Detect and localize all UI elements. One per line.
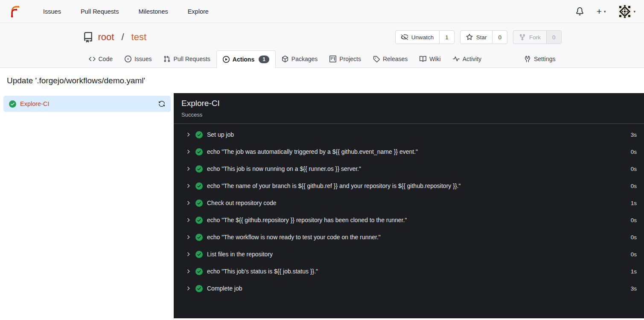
top-navbar: Issues Pull Requests Milestones Explore … bbox=[0, 0, 644, 23]
step-row[interactable]: echo "This job's status is ${{ job.statu… bbox=[174, 263, 644, 280]
tab-activity[interactable]: Activity bbox=[447, 50, 487, 68]
step-name: Complete job bbox=[207, 285, 242, 292]
check-circle-icon bbox=[195, 165, 203, 173]
step-row[interactable]: echo "The job was automatically triggere… bbox=[174, 143, 644, 160]
check-circle-icon bbox=[195, 200, 203, 207]
tab-wiki-label: Wiki bbox=[429, 56, 440, 62]
step-name: echo "The name of your branch is ${{ git… bbox=[207, 182, 460, 189]
chevron-right-icon[interactable] bbox=[185, 234, 191, 240]
job-status-text: Success bbox=[181, 112, 636, 118]
check-circle-icon bbox=[195, 268, 203, 275]
step-row[interactable]: echo "This job is now running on a ${{ r… bbox=[174, 160, 644, 177]
tab-issues[interactable]: Issues bbox=[119, 50, 157, 68]
tab-projects-label: Projects bbox=[339, 56, 361, 62]
tab-activity-label: Activity bbox=[463, 56, 481, 62]
job-name: Explore-CI bbox=[20, 100, 50, 107]
step-duration: 0s bbox=[631, 166, 637, 172]
unwatch-button[interactable]: Unwatch 1 bbox=[395, 30, 455, 44]
step-name: List files in the repository bbox=[207, 251, 273, 258]
plus-icon: + bbox=[597, 7, 602, 16]
chevron-right-icon[interactable] bbox=[185, 251, 191, 257]
check-circle-icon bbox=[195, 217, 203, 224]
step-row[interactable]: echo "The workflow is now ready to test … bbox=[174, 229, 644, 246]
tab-pull-requests-label: Pull Requests bbox=[173, 56, 210, 62]
tab-code-label: Code bbox=[99, 56, 113, 62]
repo-book-icon bbox=[83, 32, 93, 43]
step-row[interactable]: Complete job 3s bbox=[174, 280, 644, 297]
tab-settings-label: Settings bbox=[534, 56, 556, 62]
workflow-run-title: Update '.forgejo/workflows/demo.yaml' bbox=[0, 68, 644, 93]
job-list: Explore-CI bbox=[0, 93, 174, 318]
chevron-right-icon[interactable] bbox=[185, 217, 191, 223]
refresh-icon[interactable] bbox=[158, 100, 165, 107]
check-circle-icon bbox=[195, 234, 203, 241]
tab-code[interactable]: Code bbox=[83, 50, 119, 68]
job-log-panel: Explore-CI Success Set up job 3s bbox=[174, 93, 644, 318]
tab-settings[interactable]: Settings bbox=[518, 50, 562, 68]
step-list: Set up job 3s echo "The job was automati… bbox=[174, 124, 644, 297]
tab-pull-requests[interactable]: Pull Requests bbox=[157, 50, 216, 68]
chevron-right-icon[interactable] bbox=[185, 285, 191, 291]
avatar bbox=[618, 5, 631, 18]
step-name: echo "The job was automatically triggere… bbox=[207, 148, 418, 155]
step-duration: 0s bbox=[631, 149, 637, 155]
step-duration: 3s bbox=[631, 132, 637, 138]
tab-releases-label: Releases bbox=[383, 56, 408, 62]
notifications-button[interactable] bbox=[576, 7, 584, 15]
chevron-right-icon[interactable] bbox=[185, 200, 191, 206]
nav-milestones[interactable]: Milestones bbox=[130, 4, 176, 19]
step-name: Set up job bbox=[207, 131, 234, 138]
step-duration: 1s bbox=[631, 200, 637, 206]
step-row[interactable]: echo "The name of your branch is ${{ git… bbox=[174, 177, 644, 194]
star-button[interactable]: Star 0 bbox=[460, 30, 507, 44]
star-count[interactable]: 0 bbox=[492, 31, 507, 44]
step-duration: 0s bbox=[631, 251, 637, 258]
repo-owner-link[interactable]: root bbox=[98, 32, 114, 43]
tab-actions[interactable]: Actions 1 bbox=[216, 50, 276, 68]
chevron-right-icon[interactable] bbox=[185, 132, 191, 138]
step-name: echo "This job's status is ${{ job.statu… bbox=[207, 268, 318, 275]
check-circle-icon bbox=[195, 131, 203, 138]
watch-count[interactable]: 1 bbox=[439, 31, 454, 44]
tab-packages[interactable]: Packages bbox=[276, 50, 323, 68]
job-log-header: Explore-CI Success bbox=[174, 93, 644, 124]
job-item-explore-ci[interactable]: Explore-CI bbox=[3, 96, 171, 112]
fork-button: Fork 0 bbox=[513, 30, 562, 44]
chevron-right-icon[interactable] bbox=[185, 268, 191, 274]
unwatch-label: Unwatch bbox=[411, 34, 434, 41]
step-duration: 1s bbox=[631, 268, 637, 275]
check-circle-icon bbox=[195, 148, 203, 156]
step-row[interactable]: Set up job 3s bbox=[174, 126, 644, 143]
repo-title: root / test bbox=[83, 32, 147, 43]
step-name: Check out repository code bbox=[207, 200, 277, 206]
chevron-right-icon[interactable] bbox=[185, 183, 191, 189]
fork-label: Fork bbox=[529, 34, 541, 41]
step-duration: 0s bbox=[631, 183, 637, 189]
repo-separator: / bbox=[119, 32, 126, 43]
tab-releases[interactable]: Releases bbox=[367, 50, 414, 68]
repo-tabbar: Code Issues Pull Requests Actions 1 Pack… bbox=[83, 50, 562, 68]
repo-header: root / test Unwatch 1 bbox=[0, 23, 644, 68]
nav-pull-requests[interactable]: Pull Requests bbox=[73, 4, 127, 19]
step-name: echo "The workflow is now ready to test … bbox=[207, 234, 381, 241]
step-row[interactable]: echo "The ${{ github.repository }} repos… bbox=[174, 211, 644, 229]
create-new-dropdown[interactable]: + ▾ bbox=[597, 7, 606, 16]
tab-packages-label: Packages bbox=[291, 56, 318, 62]
nav-explore[interactable]: Explore bbox=[180, 4, 217, 19]
tab-projects[interactable]: Projects bbox=[323, 50, 367, 68]
forgejo-logo-icon[interactable] bbox=[9, 5, 22, 18]
tab-wiki[interactable]: Wiki bbox=[414, 50, 446, 68]
step-row[interactable]: Check out repository code 1s bbox=[174, 194, 644, 211]
check-circle-icon bbox=[195, 285, 203, 292]
job-log-title: Explore-CI bbox=[181, 99, 636, 108]
step-row[interactable]: List files in the repository 0s bbox=[174, 246, 644, 263]
chevron-right-icon[interactable] bbox=[185, 166, 191, 172]
fork-icon bbox=[519, 34, 526, 41]
chevron-right-icon[interactable] bbox=[185, 149, 191, 155]
check-circle-icon bbox=[195, 182, 203, 190]
tab-issues-label: Issues bbox=[134, 56, 152, 62]
nav-issues[interactable]: Issues bbox=[35, 4, 69, 19]
user-menu-dropdown[interactable]: ▾ bbox=[618, 5, 635, 18]
repo-name-link[interactable]: test bbox=[131, 32, 146, 43]
fork-count: 0 bbox=[546, 31, 561, 44]
